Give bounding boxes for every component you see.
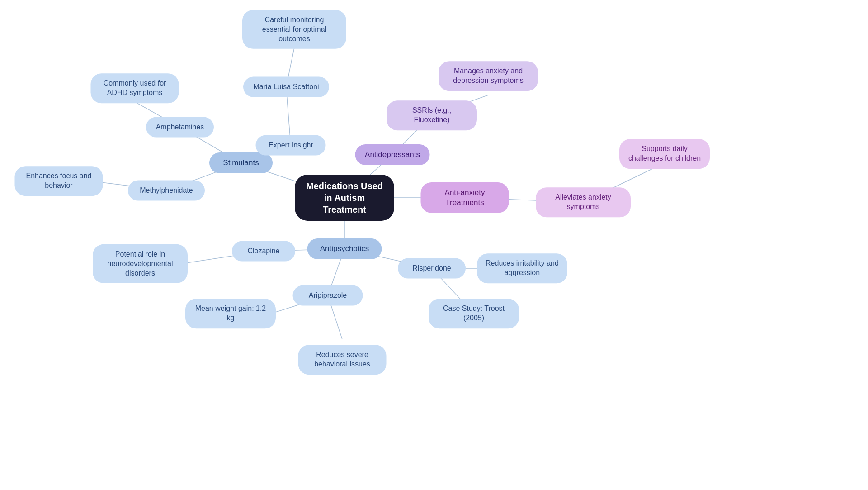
- antidepressants-node[interactable]: Antidepressants: [355, 144, 430, 165]
- maria-luisa-node[interactable]: Maria Luisa Scattoni: [243, 77, 329, 97]
- ssris-node[interactable]: SSRIs (e.g., Fluoxetine): [387, 100, 477, 130]
- mean-weight-node[interactable]: Mean weight gain: 1.2 kg: [185, 299, 276, 328]
- supports-daily-node[interactable]: Supports daily challenges for children: [619, 139, 710, 169]
- center-node: Medications Used in Autism Treatment: [295, 175, 394, 221]
- alleviates-anxiety-node[interactable]: Alleviates anxiety symptoms: [536, 187, 631, 217]
- reduces-irritability-node[interactable]: Reduces irritability and aggression: [477, 253, 567, 283]
- antianxiety-node[interactable]: Anti-anxiety Treatments: [421, 182, 509, 213]
- manages-anxiety-node[interactable]: Manages anxiety and depression symptoms: [439, 61, 538, 91]
- aripiprazole-node[interactable]: Aripiprazole: [293, 285, 363, 306]
- risperidone-node[interactable]: Risperidone: [398, 258, 466, 279]
- expert-insight-node[interactable]: Expert Insight: [256, 135, 326, 156]
- antipsychotics-node[interactable]: Antipsychotics: [307, 238, 382, 259]
- amphetamines-node[interactable]: Amphetamines: [146, 117, 214, 138]
- careful-monitoring-node[interactable]: Careful monitoring essential for optimal…: [242, 10, 346, 49]
- potential-role-node[interactable]: Potential role in neurodevelopmental dis…: [93, 244, 188, 283]
- enhances-focus-node[interactable]: Enhances focus and behavior: [15, 166, 103, 196]
- case-study-node[interactable]: Case Study: Troost (2005): [429, 299, 519, 328]
- stimulants-node[interactable]: Stimulants: [209, 152, 273, 173]
- methylphenidate-node[interactable]: Methylphenidate: [128, 181, 205, 201]
- clozapine-node[interactable]: Clozapine: [232, 241, 295, 262]
- reduces-behavioral-node[interactable]: Reduces severe behavioral issues: [298, 345, 387, 375]
- commonly-used-node[interactable]: Commonly used for ADHD symptoms: [91, 73, 179, 103]
